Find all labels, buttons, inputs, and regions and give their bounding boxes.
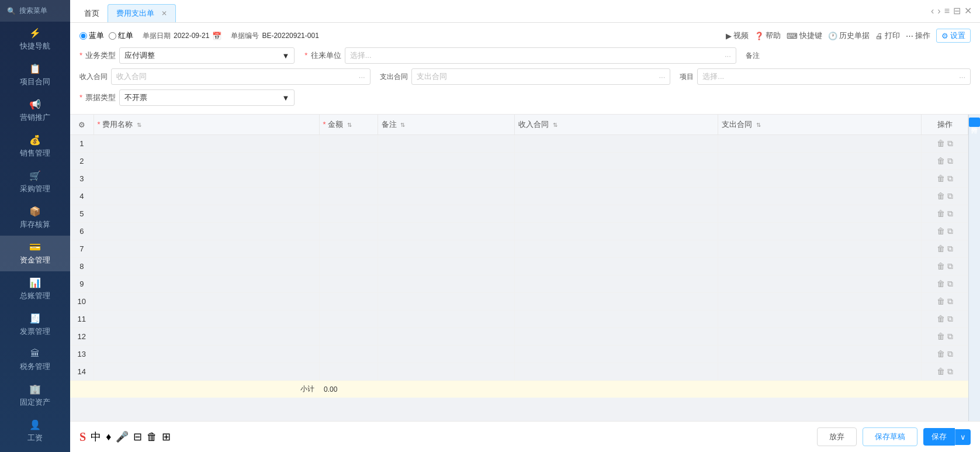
sidebar-item-3[interactable]: 💰销售管理 bbox=[0, 129, 70, 164]
copy-icon[interactable]: ⧉ bbox=[947, 209, 953, 219]
delete-icon[interactable]: 🗑 bbox=[937, 332, 945, 341]
bill-type-select[interactable]: 不开票 ▼ bbox=[119, 89, 295, 106]
cell-amount[interactable] bbox=[319, 275, 378, 293]
cell-amount[interactable] bbox=[319, 310, 378, 328]
delete-icon[interactable]: 🗑 bbox=[937, 139, 945, 149]
cell-income-contract[interactable] bbox=[514, 293, 718, 310]
cell-amount[interactable] bbox=[319, 188, 378, 205]
history-button[interactable]: 🕐 历史单据 bbox=[828, 30, 870, 41]
delete-icon[interactable]: 🗑 bbox=[937, 174, 945, 184]
cell-amount[interactable] bbox=[319, 346, 378, 363]
radio-blue[interactable]: 蓝单 bbox=[79, 30, 104, 41]
save-draft-button[interactable]: 保存草稿 bbox=[863, 427, 917, 446]
cell-memo[interactable] bbox=[378, 328, 514, 346]
copy-icon[interactable]: ⧉ bbox=[947, 261, 953, 271]
prev-button[interactable]: ‹ bbox=[931, 6, 934, 16]
cell-income-contract[interactable] bbox=[514, 258, 718, 275]
cell-expense-name[interactable] bbox=[94, 328, 319, 346]
save-button[interactable]: 保存 bbox=[923, 428, 955, 446]
copy-icon[interactable]: ⧉ bbox=[947, 296, 953, 306]
sidebar-item-8[interactable]: 🧾发票管理 bbox=[0, 307, 70, 343]
footer-icon-diamond[interactable]: ♦ bbox=[106, 431, 111, 443]
cell-expense-name[interactable] bbox=[94, 153, 319, 170]
cell-memo[interactable] bbox=[378, 188, 514, 205]
cell-memo[interactable] bbox=[378, 275, 514, 293]
cell-memo[interactable] bbox=[378, 240, 514, 258]
radio-red[interactable]: 红单 bbox=[109, 30, 133, 41]
cell-expense-contract[interactable] bbox=[718, 363, 921, 381]
copy-icon[interactable]: ⧉ bbox=[947, 314, 953, 324]
cell-income-contract[interactable] bbox=[514, 240, 718, 258]
tab-close-button[interactable]: ✕ bbox=[161, 9, 167, 18]
cell-expense-contract[interactable] bbox=[718, 240, 921, 258]
cell-expense-contract[interactable] bbox=[718, 293, 921, 310]
discard-button[interactable]: 放弃 bbox=[817, 427, 857, 446]
delete-icon[interactable]: 🗑 bbox=[937, 261, 945, 271]
sidebar-item-10[interactable]: 🏢固定资产 bbox=[0, 378, 70, 413]
cell-amount[interactable] bbox=[319, 170, 378, 188]
copy-icon[interactable]: ⧉ bbox=[947, 367, 953, 377]
cell-expense-contract[interactable] bbox=[718, 153, 921, 170]
save-arrow-button[interactable]: ∨ bbox=[955, 429, 971, 445]
delete-icon[interactable]: 🗑 bbox=[937, 156, 945, 166]
delete-icon[interactable]: 🗑 bbox=[937, 226, 945, 236]
business-type-select[interactable]: 应付调整 ▼ bbox=[119, 47, 295, 64]
footer-icon-mic[interactable]: 🎤 bbox=[116, 430, 129, 443]
cell-memo[interactable] bbox=[378, 223, 514, 240]
close-window-button[interactable]: ✕ bbox=[964, 6, 972, 16]
next-button[interactable]: › bbox=[937, 6, 940, 16]
copy-icon[interactable]: ⧉ bbox=[947, 244, 953, 254]
partner-input[interactable]: 选择... ··· bbox=[345, 47, 736, 64]
cell-income-contract[interactable] bbox=[514, 328, 718, 346]
cell-amount[interactable] bbox=[319, 258, 378, 275]
more-actions-button[interactable]: ⋯ 操作 bbox=[906, 30, 930, 41]
cell-expense-contract[interactable] bbox=[718, 170, 921, 188]
sidebar-search[interactable]: 🔍 搜索菜单 bbox=[0, 0, 70, 22]
cell-expense-name[interactable] bbox=[94, 223, 319, 240]
sidebar-item-0[interactable]: ⚡快捷导航 bbox=[0, 22, 70, 57]
cell-amount[interactable] bbox=[319, 240, 378, 258]
cell-memo[interactable] bbox=[378, 293, 514, 310]
cell-memo[interactable] bbox=[378, 363, 514, 381]
cell-expense-name[interactable] bbox=[94, 188, 319, 205]
cell-amount[interactable] bbox=[319, 328, 378, 346]
cell-expense-name[interactable] bbox=[94, 275, 319, 293]
sidebar-item-11[interactable]: 👤工资 bbox=[0, 413, 70, 449]
cell-memo[interactable] bbox=[378, 170, 514, 188]
sidebar-item-6[interactable]: 💳资金管理 bbox=[0, 236, 70, 271]
sidebar-item-4[interactable]: 🛒采购管理 bbox=[0, 164, 70, 200]
copy-icon[interactable]: ⧉ bbox=[947, 174, 953, 184]
video-button[interactable]: ▶ 视频 bbox=[726, 30, 749, 41]
sort-icon[interactable]: ⇅ bbox=[137, 122, 141, 128]
delete-icon[interactable]: 🗑 bbox=[937, 279, 945, 289]
cell-expense-name[interactable] bbox=[94, 258, 319, 275]
delete-icon[interactable]: 🗑 bbox=[937, 244, 945, 254]
cell-memo[interactable] bbox=[378, 310, 514, 328]
sidebar-item-9[interactable]: 🏛税务管理 bbox=[0, 343, 70, 378]
tab-expense[interactable]: 费用支出单 ✕ bbox=[108, 4, 176, 22]
cell-expense-name[interactable] bbox=[94, 240, 319, 258]
copy-icon[interactable]: ⧉ bbox=[947, 279, 953, 289]
cell-expense-contract[interactable] bbox=[718, 328, 921, 346]
cell-memo[interactable] bbox=[378, 258, 514, 275]
cell-income-contract[interactable] bbox=[514, 153, 718, 170]
delete-icon[interactable]: 🗑 bbox=[937, 349, 945, 359]
cell-income-contract[interactable] bbox=[514, 205, 718, 223]
sidebar-item-12[interactable]: 📈经营管理 bbox=[0, 449, 70, 452]
cell-expense-name[interactable] bbox=[94, 135, 319, 153]
cell-amount[interactable] bbox=[319, 223, 378, 240]
footer-icon-china[interactable]: 中 bbox=[91, 430, 101, 444]
sidebar-item-2[interactable]: 📢营销推广 bbox=[0, 93, 70, 129]
income-contract-input[interactable]: 收入合同 ··· bbox=[111, 68, 370, 85]
sidebar-item-5[interactable]: 📦库存核算 bbox=[0, 200, 70, 236]
copy-icon[interactable]: ⧉ bbox=[947, 226, 953, 236]
cell-amount[interactable] bbox=[319, 153, 378, 170]
sort-icon[interactable]: ⇅ bbox=[756, 122, 761, 128]
cell-memo[interactable] bbox=[378, 346, 514, 363]
cell-memo[interactable] bbox=[378, 135, 514, 153]
th-config[interactable]: ⚙ bbox=[70, 115, 94, 135]
sort-icon[interactable]: ⇅ bbox=[347, 122, 352, 128]
cell-income-contract[interactable] bbox=[514, 188, 718, 205]
cell-income-contract[interactable] bbox=[514, 310, 718, 328]
delete-icon[interactable]: 🗑 bbox=[937, 209, 945, 219]
